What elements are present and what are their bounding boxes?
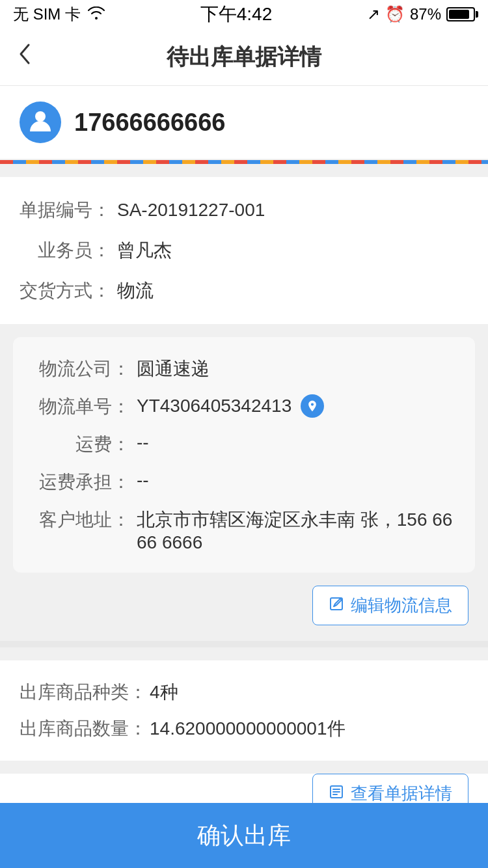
detail-icon <box>329 784 344 804</box>
logistics-freight-row: 运费： -- <box>33 432 455 457</box>
logistics-bearer-label: 运费承担： <box>33 470 130 495</box>
page-title: 待出库单据详情 <box>167 42 321 72</box>
confirm-button[interactable]: 确认出库 <box>0 803 488 868</box>
status-bar-left: 无 SIM 卡 <box>13 4 105 25</box>
tracking-number: YT4306405342413 <box>137 396 291 416</box>
back-button[interactable] <box>16 40 34 74</box>
view-detail-label: 查看单据详情 <box>351 782 452 805</box>
edit-logistics-row: 编辑物流信息 <box>0 586 488 641</box>
edit-logistics-label: 编辑物流信息 <box>351 594 452 617</box>
status-bar-time: 下午4:42 <box>200 2 273 27</box>
status-bar: 无 SIM 卡 下午4:42 ↗ ⏰ 87% <box>0 0 488 29</box>
logistics-freight-label: 运费： <box>33 432 130 457</box>
nav-bar: 待出库单据详情 <box>0 29 488 86</box>
logistics-company-row: 物流公司： 圆通速递 <box>33 357 455 381</box>
delivery-row: 交货方式： 物流 <box>20 277 468 305</box>
goods-section: 出库商品种类： 4种 出库商品数量： 14.620000000000001件 <box>0 660 488 761</box>
logistics-bearer-row: 运费承担： -- <box>33 470 455 495</box>
goods-types-value: 4种 <box>150 680 178 705</box>
edit-logistics-button[interactable]: 编辑物流信息 <box>312 586 468 625</box>
battery-text: 87% <box>410 5 441 23</box>
logistics-card: 物流公司： 圆通速递 物流单号： YT4306405342413 运费： -- … <box>13 337 475 573</box>
battery-icon <box>446 7 475 21</box>
status-bar-right: ↗ ⏰ 87% <box>367 5 475 23</box>
customer-phone: 17666666666 <box>74 109 225 137</box>
logistics-company-label: 物流公司： <box>33 357 130 381</box>
goods-types-label: 出库商品种类： <box>20 680 150 705</box>
logistics-address-label: 客户地址： <box>33 508 130 532</box>
goods-types-row: 出库商品种类： 4种 <box>20 680 468 705</box>
logistics-tracking-value: YT4306405342413 <box>137 394 455 418</box>
section-divider <box>0 641 488 647</box>
alarm-icon: ⏰ <box>385 5 405 23</box>
logistics-tracking-row: 物流单号： YT4306405342413 <box>33 394 455 419</box>
customer-section: 17666666666 <box>0 86 488 159</box>
logistics-address-value: 北京市市辖区海淀区永丰南 张，156 6666 6666 <box>137 508 455 553</box>
salesman-row: 业务员： 曾凡杰 <box>20 237 468 264</box>
logistics-company-value: 圆通速递 <box>137 357 455 381</box>
wifi-icon <box>87 5 105 23</box>
salesman-value: 曾凡杰 <box>117 237 468 264</box>
svg-point-0 <box>35 111 46 122</box>
location-service-icon: ↗ <box>367 5 380 23</box>
logistics-bearer-value: -- <box>137 470 455 491</box>
avatar <box>20 102 61 143</box>
tracking-location-icon[interactable] <box>301 394 324 418</box>
order-info-section: 单据编号： SA-20191227-001 业务员： 曾凡杰 交货方式： 物流 <box>0 177 488 324</box>
logistics-tracking-label: 物流单号： <box>33 394 130 419</box>
salesman-label: 业务员： <box>20 237 111 264</box>
delivery-value: 物流 <box>117 277 468 305</box>
goods-quantity-label: 出库商品数量： <box>20 716 150 741</box>
edit-icon <box>329 596 344 616</box>
order-no-value: SA-20191227-001 <box>117 197 468 224</box>
goods-quantity-row: 出库商品数量： 14.620000000000001件 <box>20 716 468 741</box>
logistics-freight-value: -- <box>137 432 455 453</box>
delivery-label: 交货方式： <box>20 277 111 305</box>
avatar-icon <box>27 107 53 139</box>
order-no-row: 单据编号： SA-20191227-001 <box>20 197 468 224</box>
dashed-divider <box>0 160 488 164</box>
order-no-label: 单据编号： <box>20 197 111 224</box>
goods-quantity-value: 14.620000000000001件 <box>150 716 346 741</box>
confirm-label: 确认出库 <box>197 820 291 852</box>
logistics-address-row: 客户地址： 北京市市辖区海淀区永丰南 张，156 6666 6666 <box>33 508 455 553</box>
carrier-text: 无 SIM 卡 <box>13 4 81 25</box>
